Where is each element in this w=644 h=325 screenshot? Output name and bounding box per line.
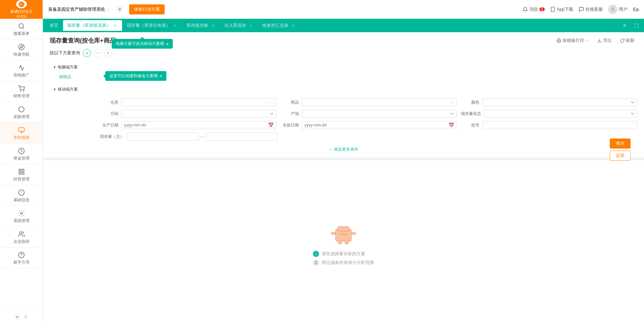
user-avatar	[608, 5, 618, 14]
stock-status-select[interactable]	[484, 110, 637, 118]
user-label: 用户	[619, 6, 628, 12]
svg-point-3	[18, 44, 24, 50]
scheme-back-btn[interactable]	[104, 49, 112, 57]
sidebar-bottom	[0, 310, 43, 325]
sidebar-item-sales[interactable]: 销售管理	[0, 81, 43, 102]
sidebar-item-purchase[interactable]: 采购管理	[0, 102, 43, 123]
sidebar-item-system-label: 系统管理	[13, 218, 30, 224]
search-btn[interactable]: 查询	[610, 139, 631, 149]
tab-inout-flow-close[interactable]: ×	[248, 23, 254, 28]
tab-inventory-distribution-close[interactable]: ×	[172, 23, 178, 28]
prod-date-start-cal-icon[interactable]: 📅	[268, 122, 274, 128]
export-label: 导出	[603, 38, 612, 44]
print-btn[interactable]: 按模板打印	[554, 36, 592, 45]
warehouse-dots-btn[interactable]: ···	[270, 100, 274, 105]
tab-inventory-status[interactable]: 现存量（库存状况表） ×	[63, 20, 122, 31]
filter-field-size: 尺码	[100, 110, 276, 118]
notification-btn[interactable]: 消息 6	[523, 6, 545, 12]
sidebar-item-finance[interactable]: 资金管理	[0, 144, 43, 164]
sidebar-item-quick-nav[interactable]: 快速导航	[0, 40, 43, 60]
scheme-desktop-item[interactable]: 接模品	[55, 72, 93, 82]
tab-inventory-distribution[interactable]: 现存量（库存分布表） ×	[123, 20, 182, 31]
tab-inout-flow[interactable]: 出入库流水 ×	[220, 20, 258, 31]
filter-rows: 仓库 ··· 商品 ··· 颜色	[50, 98, 637, 141]
sidebar-item-enterprise[interactable]: 企业协同	[0, 227, 43, 248]
svg-point-4	[20, 91, 21, 92]
scheme-desktop-label: 电脑端方案	[58, 64, 78, 70]
svg-rect-21	[551, 7, 554, 11]
sidebar-item-basic-label: 基础信息	[13, 197, 30, 203]
tab-collection-summary-close[interactable]: ×	[290, 23, 296, 28]
expire-date-cal-icon[interactable]: 📅	[448, 122, 454, 128]
tab-batch-ledger[interactable]: 库存批次账 ×	[182, 20, 220, 31]
batch-input[interactable]	[482, 121, 637, 129]
origin-select[interactable]	[302, 110, 457, 118]
system-title-dropdown[interactable]: 装备及固定资产辅助管理系统	[48, 6, 110, 12]
sidebar-item-search[interactable]: 搜索菜单	[0, 19, 43, 40]
tab-inventory-status-close[interactable]: ×	[113, 23, 118, 28]
online-support-btn[interactable]: 在线客服	[579, 6, 603, 12]
size-select[interactable]	[121, 110, 276, 118]
app-version: 标准版	[16, 14, 26, 19]
prod-date-label: 生产日期	[100, 122, 118, 128]
scheme-desktop-toggle[interactable]: ▾ 电脑端方案	[50, 62, 93, 72]
filter-label: 按以下方案查询	[50, 50, 80, 56]
add-scheme-btn[interactable]: +	[83, 49, 91, 57]
filter-section: 按以下方案查询 + 电脑方案可设为移动方案哦 ×	[43, 45, 644, 158]
svg-rect-8	[19, 169, 21, 171]
svg-point-23	[612, 7, 614, 9]
tip-text-1: 请先选择要分析的方案	[322, 251, 365, 257]
empty-tip-1: 1 请先选择要分析的方案	[313, 251, 374, 257]
tab-close-all-btn[interactable]	[620, 21, 629, 30]
svg-point-36	[346, 228, 347, 229]
prod-date-start-input[interactable]	[121, 121, 276, 129]
reset-btn[interactable]: 设置	[610, 151, 631, 161]
svg-point-20	[119, 8, 121, 10]
svg-rect-26	[558, 41, 560, 43]
scheme-panel: ▾ 电脑端方案 接模品 ▾ 移动端方案	[50, 61, 93, 96]
tooltip2-close[interactable]: ×	[160, 74, 162, 78]
settings-icon-btn[interactable]	[114, 4, 125, 15]
sidebar-item-guide[interactable]: 新手引导	[0, 248, 43, 268]
sidebar-item-inventory[interactable]: 库存核算	[0, 123, 43, 144]
collapse-btn[interactable]: 收起更多条件	[50, 144, 637, 154]
tab-inventory-distribution-label: 现存量（库存分布表）	[127, 22, 170, 29]
stock-qty-max-input[interactable]	[206, 132, 278, 141]
tip-num-2: 2	[313, 260, 319, 266]
sidebar-collapse-btn[interactable]	[23, 314, 29, 321]
tooltip1-close[interactable]: ×	[166, 42, 169, 46]
app-download-btn[interactable]: App下载	[550, 6, 573, 12]
warehouse-input-wrap: ···	[121, 98, 276, 106]
tab-home[interactable]: 首页	[46, 20, 62, 31]
empty-tips: 1 请先选择要分析的方案 2 用过滤条件来缩小分析范围	[313, 251, 374, 266]
sidebar-settings-btn[interactable]	[14, 314, 20, 321]
color-select[interactable]	[482, 98, 637, 106]
edit-scheme-btn[interactable]	[94, 49, 102, 57]
goods-dots-btn[interactable]: ···	[450, 100, 454, 105]
warehouse-input[interactable]	[121, 98, 276, 106]
sidebar-item-operations[interactable]: 经营管理	[0, 164, 43, 185]
filter-field-origin: 产地	[280, 110, 457, 118]
sidebar-item-marketing[interactable]: 营销推广	[0, 60, 43, 81]
color-label: 颜色	[461, 100, 479, 105]
tab-collection-summary[interactable]: 收发存汇总表 ×	[258, 20, 300, 31]
goods-input[interactable]	[302, 98, 457, 106]
expire-date-label: 失效日期	[280, 122, 299, 128]
refresh-btn[interactable]: 刷新	[617, 36, 637, 45]
search-buttons: 查询 设置	[610, 139, 631, 161]
sidebar-item-basic[interactable]: 基础信息	[0, 185, 43, 206]
empty-icon	[330, 220, 357, 247]
tab-batch-ledger-close[interactable]: ×	[210, 23, 216, 28]
prod-date-start-wrap: 📅	[121, 121, 276, 129]
expire-date-start-input[interactable]	[302, 121, 457, 129]
export-btn[interactable]: 导出	[594, 36, 614, 45]
scheme-mobile-toggle[interactable]: ▾ 移动端方案	[50, 85, 93, 94]
online-support-label: 在线客服	[585, 6, 603, 12]
user-btn[interactable]: 用户	[608, 5, 628, 14]
svg-point-29	[99, 53, 99, 53]
stock-qty-min-input[interactable]	[127, 132, 199, 141]
sidebar-item-system[interactable]: 系统管理	[0, 206, 43, 227]
tab-expand-btn[interactable]	[632, 21, 641, 30]
origin-label: 产地	[280, 111, 299, 117]
experience-btn[interactable]: 体验行业方案	[129, 4, 165, 14]
